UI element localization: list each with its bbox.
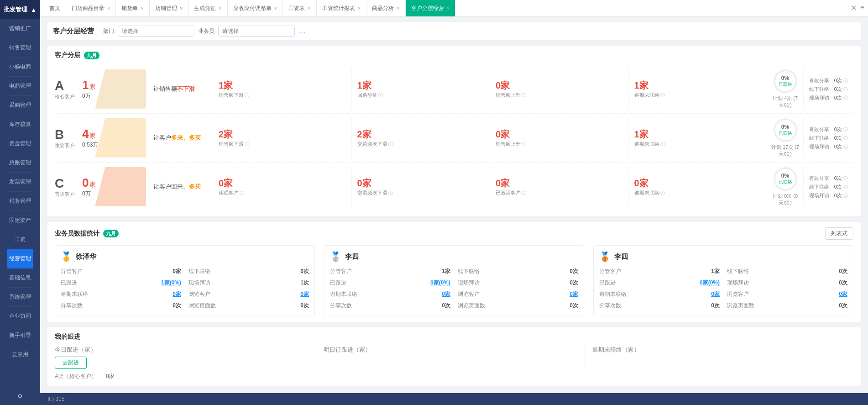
right-info-icon[interactable]: ⓘ [843, 144, 848, 149]
biz-row-value[interactable]: 0家 [442, 290, 450, 298]
sidebar-item-企业协同[interactable]: 企业协同 [7, 307, 33, 326]
right-info-icon[interactable]: ⓘ [843, 127, 848, 132]
biz-row-item: 分管客户0家 [61, 267, 181, 276]
settings-button[interactable]: ⚙ [0, 387, 40, 405]
info-icon[interactable]: ⓘ [522, 190, 526, 196]
biz-row-item: 分管客户1家 [330, 267, 450, 276]
biz-row-item: 浏览客户0家 [727, 289, 847, 299]
sidebar-item-系统管理[interactable]: 系统管理 [7, 288, 33, 307]
tab-商品分析[interactable]: 商品分析× [366, 0, 405, 16]
right-info-icon[interactable]: ⓘ [843, 136, 848, 141]
info-icon[interactable]: ⓘ [245, 141, 249, 147]
sidebar-item-工资[interactable]: 工资 [7, 230, 33, 249]
tier-circle-A: 0% 已联络 计划 4次 (7天/次) [767, 69, 803, 109]
tab-销货单[interactable]: 销货单× [116, 0, 149, 16]
tab-bar-close[interactable]: ✕ [851, 4, 857, 12]
sidebar-item-总账管理[interactable]: 总账管理 [7, 153, 33, 173]
tier-stat-item: 2家交易频次下滑 ⓘ [351, 118, 490, 158]
sidebar-item-经营管理[interactable]: 经营管理 [7, 249, 33, 268]
tab-close-店铺管理[interactable]: × [180, 5, 183, 11]
sidebar-item-云应用[interactable]: 云应用 [7, 345, 33, 364]
biz-row-item: 浏览页面数0次 [727, 301, 847, 310]
right-info-icon[interactable]: ⓘ [843, 184, 848, 189]
sidebar-item-库存核算[interactable]: 库存核算 [7, 115, 33, 134]
biz-name: 李四 [614, 252, 628, 261]
tab-生成凭证[interactable]: 生成凭证× [188, 0, 227, 16]
sidebar-item-税务管理[interactable]: 税务管理 [7, 192, 33, 211]
sidebar-item-销售管理[interactable]: 销售管理 [7, 38, 33, 58]
sidebar-item-新手引导[interactable]: 新手引导 [7, 326, 33, 345]
info-icon[interactable]: ⓘ [660, 92, 665, 99]
sidebar-item-基础信息[interactable]: 基础信息 [7, 268, 33, 288]
info-icon[interactable]: ⓘ [660, 190, 665, 196]
info-icon[interactable]: ⓘ [522, 92, 526, 99]
tab-门店商品目录[interactable]: 门店商品目录× [66, 0, 116, 16]
stat-label: 休眠客户 ⓘ [219, 189, 244, 196]
tab-应收应付调整单[interactable]: 应收应付调整单× [228, 0, 283, 16]
sidebar-item-资金管理[interactable]: 资金管理 [7, 134, 33, 153]
biz-select[interactable] [218, 26, 295, 37]
sidebar-toggle-icon[interactable]: ▲ [31, 6, 37, 13]
tab-close-客户分层经营[interactable]: × [447, 5, 450, 11]
biz-row-value[interactable]: 0家 [173, 290, 181, 298]
right-count: 0次 ⓘ [834, 184, 848, 190]
biz-row-value[interactable]: 0家 [711, 290, 720, 298]
stat-label: 销售额下滑 ⓘ [219, 141, 249, 147]
info-icon[interactable]: ⓘ [522, 141, 526, 147]
tab-工资表[interactable]: 工资表× [283, 0, 316, 16]
right-info-icon[interactable]: ⓘ [843, 78, 848, 83]
tab-close-工资统计报表[interactable]: × [358, 5, 361, 11]
sidebar-item-电商管理[interactable]: 电商管理 [7, 77, 33, 96]
circle-pct: 0% [781, 75, 789, 81]
dept-select[interactable] [118, 26, 194, 37]
tab-close-生成凭证[interactable]: × [219, 5, 221, 11]
info-icon[interactable]: ⓘ [388, 141, 393, 147]
sidebar-item-采购管理[interactable]: 采购管理 [7, 96, 33, 115]
tab-bar-menu[interactable]: ≡ [860, 4, 864, 12]
tab-close-工资表[interactable]: × [308, 5, 310, 11]
tab-close-应收应付调整单[interactable]: × [274, 5, 277, 11]
biz-row-label: 浏览客户 [188, 290, 210, 298]
sidebar-item-营销推广[interactable]: 营销推广 [7, 19, 33, 38]
info-icon[interactable]: ⓘ [388, 190, 393, 196]
biz-row-item: 现场拜访0次 [727, 278, 847, 288]
biz-row-label: 线下联络 [188, 268, 210, 275]
tab-close-销货单[interactable]: × [141, 5, 143, 11]
biz-row-value[interactable]: 0家(0%) [700, 279, 720, 287]
tier-stat-item: 0家交易频次下滑 ⓘ [351, 167, 490, 206]
tab-工资统计报表[interactable]: 工资统计报表× [317, 0, 366, 16]
tab-close-商品分析[interactable]: × [397, 5, 399, 11]
goto-followup-button[interactable]: 去跟进 [55, 357, 87, 369]
tier-row-B: B重要客户4家0.53万让客户多来、多买2家销售额下滑 ⓘ2家交易频次下滑 ⓘ0… [55, 114, 853, 163]
tab-close-门店商品目录[interactable]: × [107, 5, 110, 11]
biz-row-value[interactable]: 0家 [839, 290, 847, 298]
biz-medal: 🥇 [61, 251, 72, 262]
info-icon[interactable]: ⓘ [660, 141, 665, 147]
tier-right-item: 有效分享0次 ⓘ [809, 77, 848, 84]
info-icon[interactable]: ⓘ [245, 92, 249, 99]
sidebar-item-固定资产[interactable]: 固定资产 [7, 211, 33, 230]
tab-首页[interactable]: 首页 [44, 0, 66, 16]
more-options[interactable]: … [298, 27, 307, 35]
right-info-icon[interactable]: ⓘ [843, 95, 848, 100]
right-info-icon[interactable]: ⓘ [843, 193, 848, 198]
tab-店铺管理[interactable]: 店铺管理× [150, 0, 188, 16]
info-icon[interactable]: ⓘ [240, 190, 244, 196]
tier-plan: 计划 17次 (7天/次) [771, 144, 800, 158]
biz-row-value[interactable]: 1家(0%) [161, 279, 181, 287]
list-view-button[interactable]: 列表式 [825, 227, 853, 240]
right-info-icon[interactable]: ⓘ [843, 87, 848, 92]
biz-row-value[interactable]: 0家(0%) [430, 279, 450, 287]
tier-stat-item: 0家休眠客户 ⓘ [213, 167, 351, 206]
biz-row-value[interactable]: 0家 [570, 290, 578, 298]
tier-stat-item: 1家逾期未联络 ⓘ [628, 118, 767, 158]
tab-客户分层经营[interactable]: 客户分层经营× [406, 0, 455, 16]
biz-row-value[interactable]: 0家 [300, 290, 309, 298]
sidebar-item-发票管理[interactable]: 发票管理 [7, 173, 33, 192]
sidebar-item-小畅电商[interactable]: 小畅电商 [7, 58, 33, 77]
tier-stat-item: 0家已激活客户 ⓘ [490, 167, 628, 206]
right-info-icon[interactable]: ⓘ [843, 176, 848, 181]
info-icon[interactable]: ⓘ [378, 92, 383, 99]
biz-row-label: 线下联络 [458, 268, 480, 275]
biz-row-value: 1次 [300, 279, 309, 287]
